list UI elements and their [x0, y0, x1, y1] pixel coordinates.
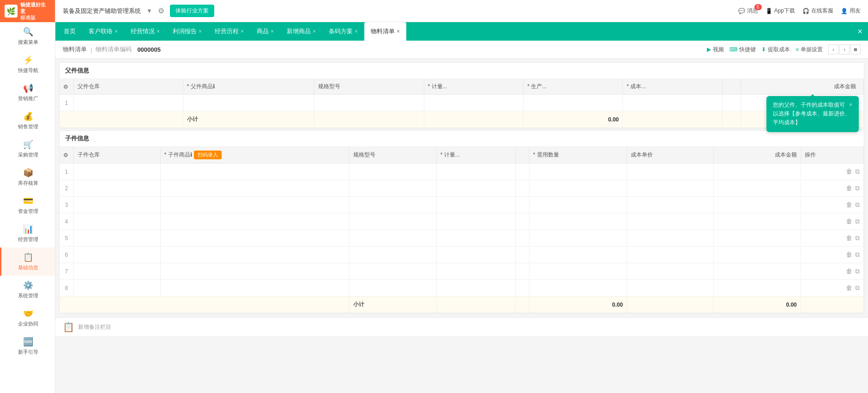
parent-cell-spec-1[interactable]	[314, 95, 424, 111]
child-cell-goods-1[interactable]	[160, 163, 350, 180]
close-profit-tab[interactable]: ×	[199, 28, 202, 35]
child-cell-warehouse-3[interactable]	[73, 197, 160, 213]
child-cell-unitcost-5[interactable]	[627, 230, 714, 247]
delete-icon-7[interactable]: 🗑	[846, 267, 852, 275]
child-cell-unitcost-1[interactable]	[627, 163, 714, 180]
sidebar-item-quicknav[interactable]: ⚡ 快捷导航	[0, 50, 55, 79]
delete-icon-2[interactable]: 🗑	[846, 184, 852, 192]
child-cell-needed-5[interactable]	[529, 230, 627, 247]
child-cell-warehouse-2[interactable]	[73, 180, 160, 197]
sidebar-item-basic[interactable]: 📋 基础信息	[0, 248, 55, 276]
delete-icon-8[interactable]: 🗑	[846, 284, 852, 292]
tab-bom[interactable]: 物料清单 ×	[364, 22, 406, 41]
tab-profit[interactable]: 利润报告 ×	[166, 22, 208, 41]
next-page-btn[interactable]: ›	[839, 44, 850, 54]
tab-new-goods[interactable]: 新增商品 ×	[280, 22, 322, 41]
close-customer-tab[interactable]: ×	[115, 28, 118, 35]
copy-icon-7[interactable]: ⧉	[855, 267, 860, 275]
tab-history[interactable]: 经营历程 ×	[208, 22, 250, 41]
close-bom-tab[interactable]: ×	[397, 28, 400, 35]
sidebar-item-system[interactable]: ⚙️ 系统管理	[0, 276, 55, 304]
app-download-action[interactable]: 📱 App下载	[766, 7, 795, 15]
copy-icon-1[interactable]: ⧉	[855, 168, 860, 175]
parent-cell-qty-1[interactable]	[424, 95, 523, 111]
child-cell-goods-7[interactable]	[160, 263, 350, 280]
user-action[interactable]: 👤 用友	[841, 7, 861, 15]
child-cell-unitcost-7[interactable]	[627, 263, 714, 280]
child-cell-spec-7[interactable]	[350, 263, 436, 280]
delete-icon-4[interactable]: 🗑	[846, 218, 852, 225]
view-action[interactable]: ▶ 视频	[707, 46, 724, 54]
child-cell-warehouse-1[interactable]	[73, 163, 160, 180]
sidebar-item-search[interactable]: 🔍 搜索菜单	[0, 22, 55, 50]
delete-icon-5[interactable]: 🗑	[846, 234, 852, 242]
prev-page-btn[interactable]: ‹	[828, 44, 838, 54]
child-cell-spec-6[interactable]	[350, 247, 436, 263]
child-cell-warehouse-6[interactable]	[73, 247, 160, 263]
grid-view-btn[interactable]: ≡	[850, 44, 861, 54]
child-cell-qty-5[interactable]	[436, 230, 515, 247]
child-cell-warehouse-5[interactable]	[73, 230, 160, 247]
sidebar-item-inventory[interactable]: 📦 库存核算	[0, 163, 55, 191]
child-cell-needed-7[interactable]	[529, 263, 627, 280]
close-history-tab[interactable]: ×	[241, 28, 244, 35]
scan-input-btn[interactable]: 扫码录入	[194, 151, 222, 159]
copy-icon-4[interactable]: ⧉	[855, 218, 860, 225]
message-action[interactable]: 💬 消息 6	[738, 7, 758, 15]
child-cell-goods-4[interactable]	[160, 213, 350, 230]
copy-icon-6[interactable]: ⧉	[855, 251, 860, 259]
delete-icon-6[interactable]: 🗑	[846, 251, 852, 259]
parent-cell-production-1[interactable]	[523, 95, 622, 111]
tab-customer[interactable]: 客户联络 ×	[82, 22, 124, 41]
child-cell-unitcost-6[interactable]	[627, 247, 714, 263]
delete-icon-3[interactable]: 🗑	[846, 201, 852, 209]
parent-cell-cost-1[interactable]	[623, 95, 722, 111]
child-cell-unitcost-2[interactable]	[627, 180, 714, 197]
child-cell-warehouse-4[interactable]	[73, 213, 160, 230]
child-cell-needed-3[interactable]	[529, 197, 627, 213]
sidebar-item-finance[interactable]: 💳 资金管理	[0, 191, 55, 219]
child-cell-goods-8[interactable]	[160, 280, 350, 296]
child-cell-needed-1[interactable]	[529, 163, 627, 180]
sidebar-item-marketing[interactable]: 📢 营销推广	[0, 79, 55, 107]
close-goods-tab[interactable]: ×	[271, 28, 274, 35]
delete-icon-1[interactable]: 🗑	[846, 168, 852, 175]
child-cell-qty-7[interactable]	[436, 263, 515, 280]
child-cell-qty-4[interactable]	[436, 213, 515, 230]
close-newgoods-tab[interactable]: ×	[313, 28, 316, 35]
child-cell-needed-2[interactable]	[529, 180, 627, 197]
copy-icon-2[interactable]: ⧉	[855, 184, 860, 192]
child-cell-unitcost-4[interactable]	[627, 213, 714, 230]
close-operations-tab[interactable]: ×	[157, 28, 160, 35]
online-support-action[interactable]: 🎧 在线客服	[802, 7, 833, 15]
close-all-tabs[interactable]: ×	[854, 27, 866, 36]
sidebar-item-collab[interactable]: 🤝 企业协同	[0, 304, 55, 332]
child-cell-qty-2[interactable]	[436, 180, 515, 197]
child-cell-qty-8[interactable]	[436, 280, 515, 296]
close-barcode-tab[interactable]: ×	[355, 28, 358, 35]
child-col-settings[interactable]: ⚙	[60, 147, 73, 163]
copy-icon-5[interactable]: ⧉	[855, 234, 860, 242]
settings-icon[interactable]: ⚙	[158, 6, 164, 15]
child-cell-qty-3[interactable]	[436, 197, 515, 213]
sidebar-item-purchase[interactable]: 🛒 采购管理	[0, 135, 55, 163]
tab-operations[interactable]: 经营情况 ×	[124, 22, 166, 41]
child-cell-warehouse-8[interactable]	[73, 280, 160, 296]
copy-icon-8[interactable]: ⧉	[855, 284, 860, 292]
child-cell-goods-5[interactable]	[160, 230, 350, 247]
tooltip-close-btn[interactable]: ×	[849, 101, 852, 109]
child-cell-warehouse-7[interactable]	[73, 263, 160, 280]
child-cell-needed-8[interactable]	[529, 280, 627, 296]
child-cell-spec-3[interactable]	[350, 197, 436, 213]
tab-home[interactable]: 首页	[57, 22, 82, 41]
child-cell-spec-8[interactable]	[350, 280, 436, 296]
child-cell-needed-6[interactable]	[529, 247, 627, 263]
child-cell-spec-1[interactable]	[350, 163, 436, 180]
trial-button[interactable]: 体验行业方案	[170, 5, 214, 17]
child-cell-unitcost-8[interactable]	[627, 280, 714, 296]
child-cell-goods-2[interactable]	[160, 180, 350, 197]
parent-cell-warehouse-1[interactable]	[73, 95, 183, 111]
child-cell-goods-6[interactable]	[160, 247, 350, 263]
tab-barcode[interactable]: 条码方案 ×	[322, 22, 364, 41]
dropdown-icon[interactable]: ▼	[146, 7, 152, 14]
